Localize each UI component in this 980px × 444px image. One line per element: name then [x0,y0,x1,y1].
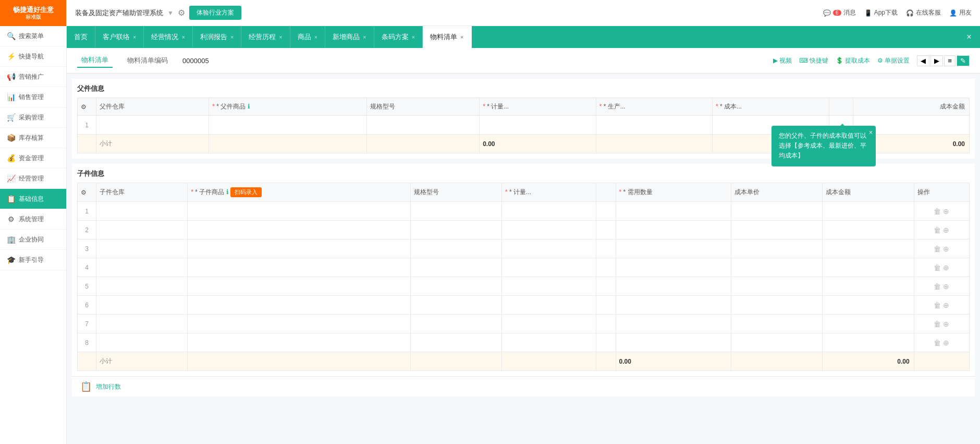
parent-goods-info-icon[interactable]: ℹ [248,103,250,110]
copy-icon-4[interactable]: ⊕ [943,263,949,272]
parent-row-1-goods[interactable] [209,116,367,135]
child-row-5-goods[interactable] [188,277,410,296]
sidebar-item-marketing[interactable]: 📢 营销推广 [0,67,66,87]
tab-operation-status[interactable]: 经营情况 × [144,26,192,48]
child-row-3-unit[interactable] [502,239,596,258]
child-row-5-spec[interactable] [410,277,501,296]
child-row-8-warehouse[interactable] [96,333,188,352]
sidebar-item-system[interactable]: ⚙ 系统管理 [0,209,66,230]
child-row-3-spec[interactable] [410,239,501,258]
delete-icon-5[interactable]: 🗑 [934,282,941,291]
get-cost-action[interactable]: 💲 提取成本 [836,56,870,65]
delete-icon-1[interactable]: 🗑 [934,207,941,215]
child-row-2-qty[interactable] [616,221,731,239]
nav-prev[interactable]: ◀ [917,55,929,66]
child-row-1-spec[interactable] [410,202,501,221]
copy-icon-5[interactable]: ⊕ [943,282,949,291]
close-all-tabs[interactable]: × [958,26,980,48]
copy-icon-7[interactable]: ⊕ [943,320,949,328]
child-row-5-qty[interactable] [616,277,731,296]
child-row-7-goods[interactable] [188,315,410,333]
sidebar-item-enterprise[interactable]: 🏢 企业协同 [0,230,66,250]
message-item[interactable]: 💬 6 消息 [823,8,856,17]
delete-icon-6[interactable]: 🗑 [934,301,941,309]
child-row-5-cost-price[interactable] [731,277,822,296]
tab-new-goods[interactable]: 新增商品 × [325,26,374,48]
copy-icon-6[interactable]: ⊕ [943,301,949,309]
child-row-1-qty[interactable] [616,202,731,221]
sidebar-item-search[interactable]: 🔍 搜索菜单 [0,26,66,46]
tab-customer[interactable]: 客户联络 × [95,26,144,48]
child-row-8-goods[interactable] [188,333,410,352]
child-row-7-cost-price[interactable] [731,315,822,333]
delete-icon-8[interactable]: 🗑 [934,339,941,347]
child-row-4-cost-price[interactable] [731,258,822,277]
child-row-4-qty[interactable] [616,258,731,277]
sidebar-item-sales[interactable]: 📊 销售管理 [0,87,66,107]
child-row-6-warehouse[interactable] [96,296,188,315]
delete-icon-2[interactable]: 🗑 [934,226,941,234]
child-row-3-warehouse[interactable] [96,239,188,258]
app-download-item[interactable]: 📱 App下载 [864,8,898,17]
child-row-3-goods[interactable] [188,239,410,258]
tab-customer-close[interactable]: × [133,34,136,40]
child-row-2-cost-price[interactable] [731,221,822,239]
tab-profit-report-close[interactable]: × [230,34,234,40]
child-row-3-qty[interactable] [616,239,731,258]
trial-button[interactable]: 体验行业方案 [189,6,241,20]
sidebar-item-guide[interactable]: 🎓 新手引导 [0,250,66,270]
child-row-6-cost-price[interactable] [731,296,822,315]
add-row-label[interactable]: 增加行数 [96,382,121,391]
parent-row-1-unit[interactable] [480,116,596,135]
child-row-4-goods[interactable] [188,258,410,277]
tab-operation-history-close[interactable]: × [279,34,282,40]
copy-icon-2[interactable]: ⊕ [943,226,949,234]
tab-goods[interactable]: 商品 × [290,26,325,48]
child-row-2-spec[interactable] [410,221,501,239]
child-row-1-cost-price[interactable] [731,202,822,221]
breadcrumb-bom[interactable]: 物料清单 [77,53,113,68]
child-row-2-warehouse[interactable] [96,221,188,239]
tab-operation-history[interactable]: 经营历程 × [241,26,290,48]
tab-home[interactable]: 首页 [67,26,95,48]
delete-icon-4[interactable]: 🗑 [934,263,941,272]
child-row-5-warehouse[interactable] [96,277,188,296]
tab-operation-status-close[interactable]: × [181,34,185,40]
tab-bom-close[interactable]: × [460,34,463,40]
child-row-6-spec[interactable] [410,296,501,315]
child-row-8-unit[interactable] [502,333,596,352]
child-row-3-cost-price[interactable] [731,239,822,258]
child-row-6-unit[interactable] [502,296,596,315]
tab-new-goods-close[interactable]: × [363,34,366,40]
child-row-4-warehouse[interactable] [96,258,188,277]
single-settings-action[interactable]: ⚙ 单据设置 [877,56,910,65]
child-row-7-spec[interactable] [410,315,501,333]
child-row-7-qty[interactable] [616,315,731,333]
child-row-4-unit[interactable] [502,258,596,277]
tab-profit-report[interactable]: 利润报告 × [193,26,241,48]
tooltip-close-btn[interactable]: × [869,128,873,138]
sidebar-item-purchase[interactable]: 🛒 采购管理 [0,107,66,128]
sidebar-item-operation[interactable]: 📈 经营管理 [0,169,66,189]
copy-icon-1[interactable]: ⊕ [943,207,949,215]
tab-barcode[interactable]: 条码方案 × [374,26,423,48]
sidebar-item-basic-info[interactable]: 📋 基础信息 [0,189,66,209]
child-row-1-unit[interactable] [502,202,596,221]
child-row-8-qty[interactable] [616,333,731,352]
child-row-1-warehouse[interactable] [96,202,188,221]
child-row-4-spec[interactable] [410,258,501,277]
child-row-7-warehouse[interactable] [96,315,188,333]
nav-next[interactable]: ▶ [930,55,943,66]
copy-icon-3[interactable]: ⊕ [943,245,949,253]
child-row-6-qty[interactable] [616,296,731,315]
scan-button[interactable]: 扫码录入 [230,187,262,197]
child-row-2-goods[interactable] [188,221,410,239]
config-icon[interactable]: ⚙ [178,8,185,18]
nav-edit[interactable]: ✎ [957,55,970,66]
child-row-7-unit[interactable] [502,315,596,333]
child-row-8-spec[interactable] [410,333,501,352]
delete-icon-7[interactable]: 🗑 [934,320,941,328]
user-item[interactable]: 👤 用友 [949,8,972,17]
tab-barcode-close[interactable]: × [412,34,415,40]
nav-list[interactable]: ≡ [944,55,956,66]
